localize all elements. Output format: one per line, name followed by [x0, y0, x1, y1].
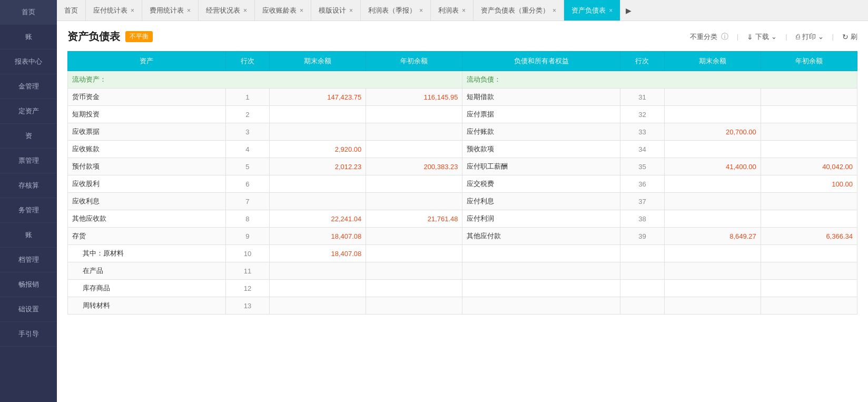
right-begin-balance	[761, 210, 857, 228]
left-row-num: 2	[225, 106, 269, 123]
left-label: 在产品	[68, 262, 226, 280]
content-area: 资产负债表 不平衡 不重分类 ⓘ | ⇓ 下载 ⌄ | ⎙ 打印 ⌄	[57, 21, 868, 402]
tab-receivable-aging[interactable]: 应收账龄表 ×	[255, 0, 311, 21]
tab-profit-quarterly[interactable]: 利润表（季报） ×	[361, 0, 431, 21]
tab-close-profit-quarterly[interactable]: ×	[419, 7, 423, 14]
left-label: 应收利息	[68, 193, 226, 210]
tab-payable-stats[interactable]: 应付统计表 ×	[86, 0, 142, 21]
right-end-balance	[664, 193, 761, 210]
right-row-num: 37	[620, 193, 664, 210]
left-begin-balance	[366, 297, 462, 315]
left-begin-balance	[366, 141, 462, 158]
table-row: 应收利息 7 应付利息 37	[68, 193, 857, 210]
left-begin-balance	[366, 193, 462, 210]
tab-close-payable-stats[interactable]: ×	[131, 7, 134, 14]
left-row-num: 8	[225, 210, 269, 228]
right-end-balance	[664, 175, 761, 193]
sidebar-item-guide[interactable]: 手引导	[0, 322, 57, 347]
separator3: |	[832, 33, 834, 41]
tab-template-design[interactable]: 模版设计 ×	[311, 0, 361, 21]
download-chevron-icon: ⌄	[771, 33, 777, 41]
left-end-balance	[270, 175, 366, 193]
print-chevron-icon: ⌄	[818, 33, 824, 41]
right-end-balance	[664, 297, 761, 315]
right-end-balance	[664, 262, 761, 280]
table-row: 其他应收款 8 22,241.04 21,761.48 应付利润 38	[68, 210, 857, 228]
right-begin-balance	[761, 106, 857, 123]
left-row-num: 6	[225, 175, 269, 193]
left-row-num: 4	[225, 141, 269, 158]
right-begin-balance	[761, 262, 857, 280]
category-left-label: 流动资产：	[68, 71, 462, 89]
tab-operation-status[interactable]: 经营状况表 ×	[199, 0, 255, 21]
tab-close-expense-stats[interactable]: ×	[187, 7, 191, 14]
print-action[interactable]: ⎙ 打印 ⌄	[796, 32, 824, 42]
left-label: 周转材料	[68, 297, 226, 315]
help-icon: ⓘ	[721, 32, 728, 42]
sidebar-item-settings[interactable]: 础设置	[0, 297, 57, 322]
left-begin-balance	[366, 262, 462, 280]
sidebar-item-investment[interactable]: 资	[0, 124, 57, 149]
left-label: 短期投资	[68, 106, 226, 123]
sidebar-item-inventory[interactable]: 存核算	[0, 173, 57, 198]
right-row-num: 34	[620, 141, 664, 158]
sidebar-item-ledger[interactable]: 账	[0, 223, 57, 248]
sidebar-item-home[interactable]: 首页	[0, 0, 57, 25]
table-row: 存货 9 18,407.08 其他应付款 39 8,649.27 6,366.3…	[68, 228, 857, 245]
separator2: |	[785, 33, 787, 41]
left-row-num: 7	[225, 193, 269, 210]
tab-balance-reclassified[interactable]: 资产负债表（重分类） ×	[474, 0, 564, 21]
right-end-balance	[664, 141, 761, 158]
table-header-row: 资产 行次 期末余额 年初余额 负债和所有者权益 行次 期末余额 年初余额	[68, 52, 857, 71]
tab-close-receivable-aging[interactable]: ×	[300, 7, 303, 14]
right-label: 预收款项	[462, 141, 620, 158]
tab-close-operation-status[interactable]: ×	[243, 7, 247, 14]
th-begin-balance-left: 年初余额	[366, 52, 462, 71]
sidebar-item-fixed-assets[interactable]: 定资产	[0, 99, 57, 124]
left-label: 应收票据	[68, 123, 226, 141]
left-row-num: 10	[225, 245, 269, 262]
page-header: 资产负债表 不平衡 不重分类 ⓘ | ⇓ 下载 ⌄ | ⎙ 打印 ⌄	[67, 30, 857, 44]
tab-expense-stats[interactable]: 费用统计表 ×	[142, 0, 199, 21]
left-end-balance	[270, 123, 366, 141]
left-row-num: 9	[225, 228, 269, 245]
sidebar-item-archive[interactable]: 档管理	[0, 248, 57, 272]
no-reclassify-action[interactable]: 不重分类 ⓘ	[690, 32, 728, 42]
tab-nav-arrow[interactable]: ▶	[620, 0, 637, 21]
left-row-num: 1	[225, 89, 269, 106]
sidebar-item-account[interactable]: 账	[0, 25, 57, 50]
right-begin-balance	[761, 245, 857, 262]
sidebar-item-expense[interactable]: 畅报销	[0, 272, 57, 297]
table-row: 应收票据 3 应付账款 33 20,700.00	[68, 123, 857, 141]
left-begin-balance: 21,761.48	[366, 210, 462, 228]
tab-close-balance[interactable]: ×	[609, 7, 613, 14]
right-end-balance	[664, 210, 761, 228]
sidebar-item-business[interactable]: 务管理	[0, 198, 57, 223]
left-end-balance	[270, 280, 366, 297]
left-row-num: 11	[225, 262, 269, 280]
download-action[interactable]: ⇓ 下载 ⌄	[747, 32, 777, 42]
sidebar-item-ticket[interactable]: 票管理	[0, 149, 57, 173]
separator1: |	[737, 33, 738, 41]
tab-home[interactable]: 首页	[57, 0, 86, 21]
right-row-num: 35	[620, 158, 664, 175]
right-begin-balance	[761, 297, 857, 315]
tab-close-profit[interactable]: ×	[462, 7, 466, 14]
right-row-num: 36	[620, 175, 664, 193]
tab-close-template-design[interactable]: ×	[349, 7, 353, 14]
th-row-num-right: 行次	[620, 52, 664, 71]
right-begin-balance: 40,042.00	[761, 158, 857, 175]
tab-close-balance-reclassified[interactable]: ×	[553, 7, 556, 14]
sidebar-item-fund[interactable]: 金管理	[0, 74, 57, 99]
right-row-num: 33	[620, 123, 664, 141]
table-row: 周转材料 13	[68, 297, 857, 315]
refresh-action[interactable]: ↻ 刷	[842, 32, 857, 42]
th-row-num-left: 行次	[225, 52, 269, 71]
tab-profit[interactable]: 利润表 ×	[431, 0, 474, 21]
sidebar-item-report-center[interactable]: 报表中心	[0, 50, 57, 74]
left-label: 应收账款	[68, 141, 226, 158]
left-label: 其他应收款	[68, 210, 226, 228]
tab-balance[interactable]: 资产负债表 ×	[564, 0, 620, 21]
left-end-balance: 18,407.08	[270, 228, 366, 245]
right-end-balance: 41,400.00	[664, 158, 761, 175]
